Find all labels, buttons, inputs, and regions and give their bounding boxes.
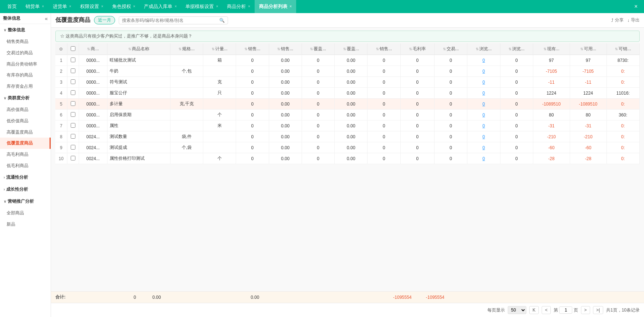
row-browse1[interactable]: 0 — [467, 110, 500, 120]
row-select-checkbox[interactable] — [71, 145, 75, 150]
close-icon[interactable]: × — [69, 0, 71, 13]
row-browse1[interactable]: 0 — [467, 120, 500, 131]
sidebar-item-sales-goods[interactable]: 销售类商品 — [0, 36, 51, 47]
row-browse2: 0 — [500, 153, 533, 164]
sidebar-item-capital-occupation[interactable]: 库存资金占用 — [0, 81, 51, 92]
select-all-checkbox[interactable] — [71, 46, 75, 51]
close-icon[interactable]: × — [174, 0, 177, 13]
row-checkbox[interactable] — [67, 99, 79, 110]
column-checkbox[interactable] — [67, 43, 79, 55]
row-spec — [170, 77, 203, 88]
nav-tab-sales[interactable]: 销货单 × — [21, 0, 48, 13]
row-select-checkbox[interactable] — [71, 101, 75, 106]
row-name: 服宝公仔 — [107, 88, 170, 99]
row-sales3: 0 — [368, 142, 400, 153]
row-select-checkbox[interactable] — [71, 90, 75, 95]
row-select-checkbox[interactable] — [71, 58, 75, 62]
sidebar-item-all-goods[interactable]: 全部商品 — [0, 207, 51, 219]
sidebar-section-circulation[interactable]: › 流通性分析 — [0, 171, 51, 183]
row-coverage2: 0.00 — [335, 131, 368, 142]
sidebar-item-low-value[interactable]: 低价值商品 — [0, 115, 51, 127]
row-select-checkbox[interactable] — [71, 68, 75, 73]
sidebar-collapse-button[interactable]: « — [45, 16, 48, 21]
close-icon[interactable]: × — [248, 0, 250, 13]
sidebar-section-growth[interactable]: › 成长性分析 — [0, 183, 51, 195]
sidebar-item-low-margin[interactable]: 低毛利商品 — [0, 160, 51, 171]
row-checkbox[interactable] — [67, 142, 79, 153]
sidebar-item-high-margin[interactable]: 高毛利商品 — [0, 149, 51, 160]
sidebar-section-cluster[interactable]: ∨ 类群度分析 — [0, 92, 51, 104]
row-checkbox[interactable] — [67, 110, 79, 120]
row-checkbox[interactable] — [67, 120, 79, 131]
nav-tab-permissions[interactable]: 权限设置 × — [76, 0, 108, 13]
row-trans: 0 — [435, 55, 467, 66]
row-saleable: 0: — [606, 99, 639, 110]
row-checkbox[interactable] — [67, 77, 79, 88]
sidebar-item-sales-rate[interactable]: 商品分类动销率 — [0, 59, 51, 70]
sidebar-item-traded-goods[interactable]: 交易过的商品 — [0, 47, 51, 59]
close-icon[interactable]: × — [133, 0, 136, 13]
close-icon[interactable]: × — [216, 0, 218, 13]
table-container[interactable]: ⚙ ⇅商... ⇅商品名称 ⇅规格... ⇅计量... ⇅销售... ⇅销售..… — [51, 43, 644, 291]
row-checkbox[interactable] — [67, 66, 79, 77]
nav-tab-product-analysis-list[interactable]: 商品分析列表 × — [255, 0, 296, 13]
row-browse1[interactable]: 0 — [467, 66, 500, 77]
close-icon[interactable]: × — [101, 0, 103, 13]
sidebar-item-low-coverage[interactable]: 低覆盖度商品 — [0, 138, 51, 149]
search-icon[interactable]: 🔍 — [219, 18, 225, 23]
row-browse1[interactable]: 0 — [467, 142, 500, 153]
row-spec — [170, 110, 203, 120]
row-browse1[interactable]: 0 — [467, 99, 500, 110]
row-browse1[interactable]: 0 — [467, 55, 500, 66]
row-number: 4 — [55, 88, 67, 99]
row-coverage2: 0.00 — [335, 66, 368, 77]
row-checkbox[interactable] — [67, 88, 79, 99]
chevron-down-icon: ∨ — [4, 28, 6, 32]
sidebar-item-high-value[interactable]: 高价值商品 — [0, 104, 51, 115]
window-close-button[interactable]: × — [631, 1, 641, 12]
settings-icon[interactable]: ⚙ — [59, 47, 63, 52]
row-name: 多计量 — [107, 99, 170, 110]
row-browse1[interactable]: 0 — [467, 77, 500, 88]
search-input[interactable] — [122, 18, 218, 23]
nav-tab-product-analysis[interactable]: 商品分析 × — [223, 0, 255, 13]
row-checkbox[interactable] — [67, 153, 79, 164]
prev-page-button[interactable]: < — [542, 306, 551, 314]
search-box[interactable]: 🔍 — [119, 16, 228, 24]
nav-tab-purchase[interactable]: 进货单 × — [48, 0, 76, 13]
row-select-checkbox[interactable] — [71, 112, 75, 117]
row-code: 0024... — [79, 142, 107, 153]
share-button[interactable]: ⤴ 分享 — [611, 17, 624, 23]
sidebar-item-stocked-goods[interactable]: 有库存的商品 — [0, 70, 51, 81]
nav-tab-template-settings[interactable]: 单据模板设置 × — [181, 0, 223, 13]
nav-tab-home[interactable]: 首页 — [3, 0, 21, 13]
sidebar-section-overall[interactable]: ∨ 整体信息 — [0, 24, 51, 36]
nav-tab-finished-goods[interactable]: 产成品入库单 × — [140, 0, 181, 13]
sidebar-item-high-coverage[interactable]: 高覆盖度商品 — [0, 127, 51, 138]
nav-tab-roles[interactable]: 角色授权 × — [108, 0, 140, 13]
row-browse1[interactable]: 0 — [467, 131, 500, 142]
row-select-checkbox[interactable] — [71, 79, 75, 84]
row-browse1[interactable]: 0 — [467, 88, 500, 99]
column-settings[interactable]: ⚙ — [55, 43, 67, 55]
row-sales3: 0 — [368, 99, 400, 110]
page-input[interactable] — [559, 306, 572, 314]
row-browse1[interactable]: 0 — [467, 153, 500, 164]
per-page-select[interactable]: 50 100 200 — [508, 306, 526, 314]
row-margin: 0 — [400, 77, 434, 88]
col-sales3: ⇅销售... — [368, 43, 400, 55]
row-checkbox[interactable] — [67, 55, 79, 66]
row-select-checkbox[interactable] — [71, 156, 75, 161]
row-select-checkbox[interactable] — [71, 123, 75, 128]
sidebar-item-new-goods[interactable]: 新品 — [0, 219, 51, 230]
close-icon[interactable]: × — [42, 0, 44, 13]
close-icon[interactable]: × — [290, 0, 292, 13]
first-page-button[interactable]: K — [529, 306, 539, 314]
sidebar-section-marketing[interactable]: ∨ 营销推广分析 — [0, 195, 51, 207]
last-page-button[interactable]: >| — [593, 306, 603, 314]
next-page-button[interactable]: > — [581, 306, 590, 314]
export-button[interactable]: ↓ 导出 — [627, 17, 640, 23]
row-select-checkbox[interactable] — [71, 134, 75, 139]
time-filter-button[interactable]: 近一月 — [94, 16, 115, 24]
row-checkbox[interactable] — [67, 131, 79, 142]
